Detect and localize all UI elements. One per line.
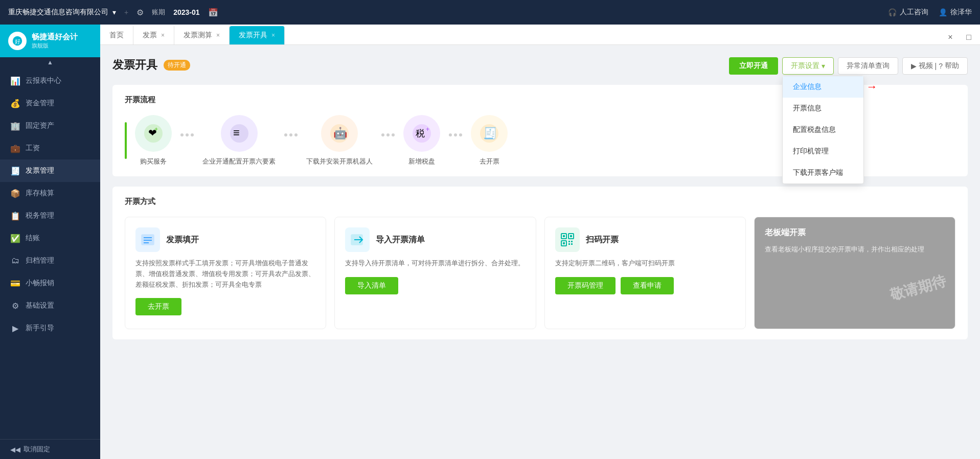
video-help-area: ▶ 视频 | ? 帮助: [902, 57, 968, 75]
user-area[interactable]: 👤 徐泽华: [939, 8, 972, 17]
settings-btn-wrapper: 开票设置 ▾ 企业信息 →: [782, 57, 834, 75]
sidebar-item-jichushezhi[interactable]: ⚙ 基础设置: [0, 294, 100, 317]
kaipiao-label: 开票信息: [793, 104, 822, 112]
flow-step-invoice: 🧾 去开票: [471, 115, 508, 166]
app-name: 畅捷通好会计: [32, 32, 78, 42]
sidebar-item-kucun[interactable]: 📦 库存核算: [0, 182, 100, 204]
sidebar-scroll-up[interactable]: ▲: [0, 57, 100, 67]
zijin-icon: 💰: [10, 98, 20, 108]
consult-button[interactable]: 🎧 人工咨询: [888, 8, 928, 17]
settings-chevron-icon: ▾: [822, 62, 825, 70]
svg-rect-27: [571, 241, 573, 242]
boss-header: 老板端开票: [765, 227, 945, 238]
settings-label: 开票设置: [791, 61, 819, 71]
svg-rect-14: [142, 235, 154, 245]
method-card-manual: 发票填开 支持按照发票样式手工填开发票；可开具增值税电子普通发票、增值税普通发票…: [125, 217, 326, 329]
fapiao-icon: 🧾: [10, 166, 20, 176]
settings-button[interactable]: 开票设置 ▾: [782, 57, 834, 75]
scan-header: 扫码开票: [555, 227, 735, 252]
video-play-icon[interactable]: ▶: [911, 62, 917, 70]
scan-desc: 支持定制开票二维码，客户端可扫码开票: [555, 258, 735, 269]
flow-step-buy: ❤+ 购买服务: [135, 115, 172, 166]
boss-title: 老板端开票: [765, 227, 806, 238]
dropdown-item-qiye[interactable]: 企业信息 →: [783, 76, 863, 98]
sidebar-cancel-pin[interactable]: ◀◀ 取消固定: [0, 439, 100, 459]
svg-rect-26: [568, 241, 570, 242]
dropdown-item-dayinji[interactable]: 打印机管理: [783, 141, 863, 162]
company-dropdown-icon: ▾: [112, 8, 116, 16]
sidebar-item-gongzi[interactable]: 💼 工资: [0, 137, 100, 159]
sidebar-item-gudingzichan[interactable]: 🏢 固定资产: [0, 114, 100, 137]
manual-title: 发票填开: [166, 235, 199, 245]
tab-fapiaocesuan-close[interactable]: ×: [216, 32, 220, 39]
sidebar-item-xinshou[interactable]: ▶ 新手引导: [0, 317, 100, 339]
red-arrow-icon: →: [867, 80, 878, 94]
flow-step-config: ≡ 企业开通配置开票六要素: [202, 115, 276, 166]
svg-text:≡: ≡: [233, 126, 240, 139]
gongzi-icon: 💼: [10, 143, 20, 153]
arrow-4: [440, 133, 471, 136]
sidebar-label-fapiao: 发票管理: [26, 166, 54, 175]
tab-fapiaokaju[interactable]: 发票开具 ×: [230, 26, 285, 44]
sidebar-item-guidang[interactable]: 🗂 归档管理: [0, 249, 100, 272]
config-label: 企业开通配置开票六要素: [202, 157, 276, 166]
logo-text: 畅捷通好会计 旗舰版: [32, 32, 78, 50]
help-icon: ?: [939, 62, 943, 70]
window-close-btn[interactable]: ×: [943, 30, 958, 44]
separator: +: [124, 8, 128, 16]
manual-desc: 支持按照发票样式手工填开发票；可开具增值税电子普通发票、增值税普通发票、增值税专…: [135, 258, 315, 290]
sidebar-item-zijin[interactable]: 💰 资金管理: [0, 92, 100, 114]
xinshou-icon: ▶: [10, 323, 20, 333]
scan-view-button[interactable]: 查看申请: [621, 277, 674, 294]
abnormal-button[interactable]: 异常清单查询: [838, 57, 898, 75]
help-divider: |: [935, 62, 937, 70]
tab-home[interactable]: 首页: [100, 26, 133, 44]
tab-fapiaocesuan[interactable]: 发票测算 ×: [174, 26, 230, 44]
svg-text:+: +: [154, 126, 158, 133]
sidebar-item-shuiwu[interactable]: 📋 税务管理: [0, 204, 100, 227]
method-card-boss: 老板端开票 查看老板端小程序提交的开票申请，并作出相应的处理 敬请期待: [754, 217, 955, 329]
pending-badge: 待开通: [164, 60, 190, 71]
sidebar-item-fapiao[interactable]: 🧾 发票管理: [0, 159, 100, 182]
import-button[interactable]: 导入清单: [345, 277, 398, 294]
app-edition: 旗舰版: [32, 42, 78, 50]
dayinji-label: 打印机管理: [793, 147, 829, 155]
settings-icon[interactable]: ⚙: [136, 8, 144, 17]
tab-fapiao[interactable]: 发票 ×: [133, 26, 174, 44]
tab-fapiao-close[interactable]: ×: [161, 32, 165, 39]
sidebar-item-yunbao[interactable]: 📊 云报表中心: [0, 70, 100, 92]
methods-section: 开票方式 发票填开 支持按照发票样式手工填开发票；可开具增值税电子普通发票、增值…: [112, 187, 968, 339]
import-icon: [345, 227, 370, 252]
arrow-1: [172, 133, 202, 136]
sidebar-label-kucun: 库存核算: [26, 189, 54, 198]
invoice-icon: 🧾: [471, 115, 508, 152]
yunbao-icon: 📊: [10, 76, 20, 86]
import-header: 导入开票清单: [345, 227, 525, 252]
sidebar-label-xiaochang: 小畅报销: [26, 279, 54, 288]
page-content: 发票开具 待开通 立即开通 开票设置 ▾: [100, 45, 980, 459]
manual-go-button[interactable]: 去开票: [135, 298, 181, 315]
scan-icon: [555, 227, 580, 252]
scan-qr-button[interactable]: 开票码管理: [555, 277, 616, 294]
activate-button[interactable]: 立即开通: [729, 57, 778, 75]
tab-fapiaokaju-close[interactable]: ×: [271, 32, 275, 39]
sidebar-item-xiaochang[interactable]: 💳 小畅报销: [0, 272, 100, 294]
company-selector[interactable]: 重庆畅捷交通信息咨询有限公司 ▾: [8, 8, 116, 17]
sidebar-item-jiezhang[interactable]: ✅ 结账: [0, 227, 100, 249]
window-maximize-btn[interactable]: □: [962, 30, 976, 44]
dropdown-item-xiazai[interactable]: 下载开票客户端: [783, 162, 863, 183]
flow-step-addtax: 税+ 新增税盘: [403, 115, 440, 166]
period-label: 账期: [152, 8, 165, 17]
sidebar-label-shuiwu: 税务管理: [26, 211, 54, 220]
top-bar: 重庆畅捷交通信息咨询有限公司 ▾ + ⚙ 账期 2023-01 📅 🎧 人工咨询…: [0, 0, 980, 25]
svg-text:好: 好: [15, 38, 20, 44]
period-value: 2023-01: [173, 8, 199, 16]
headset-icon: 🎧: [888, 8, 897, 16]
download-icon: 🤖: [321, 115, 358, 152]
config-icon: ≡: [221, 115, 258, 152]
dropdown-item-peizhi[interactable]: 配置税盘信息: [783, 119, 863, 141]
calendar-icon[interactable]: 📅: [208, 8, 218, 17]
tab-bar: 首页 发票 × 发票测算 × 发票开具 × × □: [100, 25, 980, 45]
manual-icon: [135, 227, 160, 252]
dropdown-item-kaipiao[interactable]: 开票信息: [783, 98, 863, 119]
